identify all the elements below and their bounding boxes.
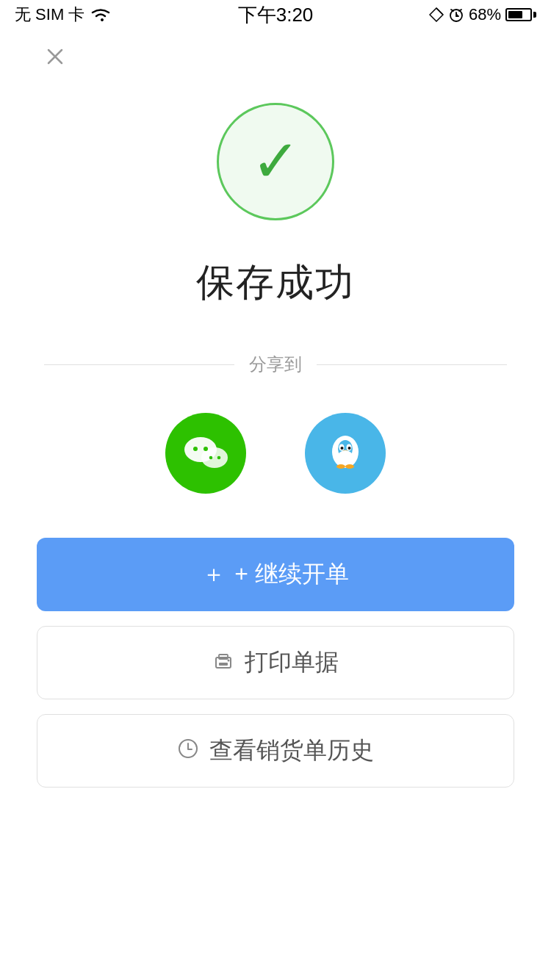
print-label: 打印单据 [245,646,339,679]
battery-percentage: 68% [469,5,501,24]
svg-point-16 [337,450,353,465]
history-button[interactable]: 查看销货单历史 [37,714,514,788]
carrier-text: 无 SIM 卡 [15,4,84,26]
wechat-logo [182,433,230,474]
continue-label: + 继续开单 [234,558,349,591]
continue-button[interactable]: ＋ + 继续开单 [37,538,514,611]
history-label: 查看销货单历史 [209,735,374,767]
close-button[interactable] [37,38,73,75]
divider-right [317,364,507,365]
print-button[interactable]: 打印单据 [37,626,514,699]
success-icon-circle: ✓ [217,103,334,220]
wifi-icon [90,7,111,23]
svg-point-22 [228,659,230,661]
svg-point-13 [340,447,343,450]
location-icon [429,7,444,22]
divider-left [44,364,234,365]
qq-share-button[interactable] [305,413,386,494]
share-section: 分享到 [0,353,551,494]
battery-icon [505,8,536,21]
share-divider: 分享到 [0,353,551,376]
status-time: 下午3:20 [238,2,314,28]
svg-point-14 [347,447,350,450]
print-icon [212,649,234,677]
history-icon [177,738,199,765]
status-right: 68% [429,5,536,24]
wechat-share-button[interactable] [165,413,246,494]
status-left: 无 SIM 卡 [15,4,111,26]
share-label: 分享到 [249,353,302,376]
svg-point-8 [217,455,220,459]
plus-icon: ＋ [202,558,226,591]
share-icons [165,413,386,494]
main-content: ✓ 保存成功 分享到 [0,29,551,788]
qq-logo [322,430,370,478]
svg-rect-21 [219,663,228,666]
success-title: 保存成功 [196,257,355,309]
svg-point-5 [193,447,198,451]
buttons-section: ＋ + 继续开单 打印单据 查看销货单历 [0,538,551,788]
svg-point-6 [204,447,208,451]
svg-point-7 [209,455,212,459]
svg-point-18 [345,464,354,469]
alarm-icon [448,7,464,23]
status-bar: 无 SIM 卡 下午3:20 68% [0,0,551,29]
svg-point-17 [336,464,345,469]
check-icon: ✓ [251,132,300,191]
